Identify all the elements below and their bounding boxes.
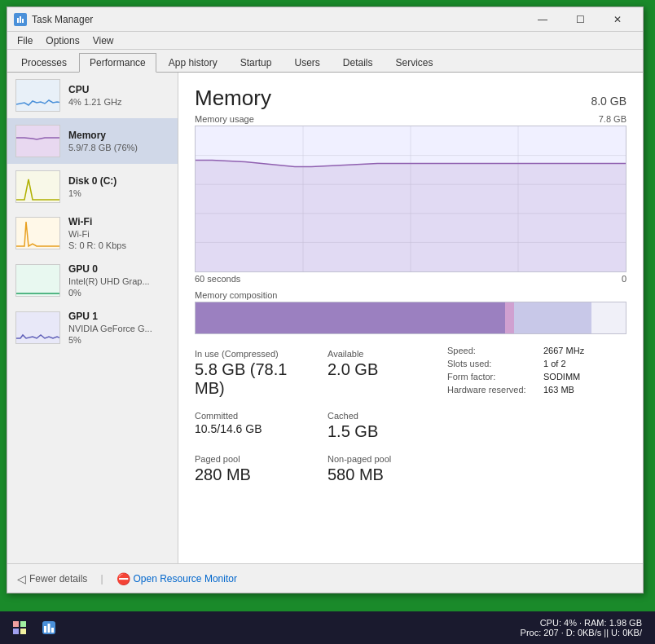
gpu1-label: GPU 1 [68, 311, 169, 322]
gpu0-info: GPU 0 Intel(R) UHD Grap... 0% [68, 263, 169, 298]
tab-users[interactable]: Users [284, 53, 330, 72]
stat-nonpaged: Non-paged pool 580 MB [328, 451, 447, 487]
tab-app-history[interactable]: App history [158, 53, 228, 72]
disk-sub: 1% [68, 188, 169, 198]
sidebar-item-disk[interactable]: Disk 0 (C:) 1% [7, 164, 178, 210]
svg-rect-15 [13, 629, 19, 634]
svg-rect-16 [20, 629, 26, 634]
disk-info: Disk 0 (C:) 1% [68, 175, 169, 198]
svg-rect-19 [48, 624, 51, 633]
stats-left: In use (Compressed) 5.8 GB (78.1 MB) Ava… [195, 346, 447, 487]
memory-info: Memory 5.9/7.8 GB (76%) [68, 130, 169, 152]
svg-rect-4 [16, 126, 60, 157]
committed-label: Committed [195, 411, 314, 421]
sidebar-item-gpu0[interactable]: GPU 0 Intel(R) UHD Grap... 0% [7, 257, 178, 304]
window-title: Task Manager [32, 14, 524, 25]
menu-bar: File Options View [7, 32, 643, 50]
stat-hwreserved-row: Hardware reserved: 163 MB [447, 385, 626, 395]
paged-value: 280 MB [195, 465, 314, 484]
wifi-info: Wi-Fi Wi-Fi S: 0 R: 0 Kbps [68, 216, 169, 250]
taskbar-app-icon[interactable] [36, 615, 62, 641]
sidebar-item-memory[interactable]: Memory 5.9/7.8 GB (76%) [7, 118, 178, 164]
menu-view[interactable]: View [86, 33, 121, 48]
stat-form-row: Form factor: SODIMM [447, 372, 626, 382]
gpu1-sub1: NVIDIA GeForce G... [68, 324, 169, 333]
start-button[interactable] [7, 615, 33, 641]
comp-inuse [196, 302, 505, 333]
usage-label: Memory usage [195, 114, 254, 124]
available-label: Available [328, 349, 447, 359]
hw-reserved-label: Hardware reserved: [447, 385, 537, 395]
open-monitor-link[interactable]: ⛔ Open Resource Monitor [116, 572, 237, 585]
close-button[interactable]: ✕ [599, 7, 636, 32]
chart-footer: 60 seconds 0 [195, 274, 626, 284]
wifi-thumbnail [15, 217, 60, 249]
memory-sub: 5.9/7.8 GB (76%) [68, 143, 169, 152]
stat-speed-row: Speed: 2667 MHz [447, 346, 626, 355]
stat-in-use: In use (Compressed) 5.8 GB (78.1 MB) [195, 346, 314, 401]
stats-layout: In use (Compressed) 5.8 GB (78.1 MB) Ava… [195, 346, 626, 487]
tab-bar: Processes Performance App history Startu… [7, 50, 643, 73]
hw-reserved-value: 163 MB [543, 385, 574, 395]
sidebar-item-cpu[interactable]: CPU 4% 1.21 GHz [7, 73, 178, 118]
sidebar-item-gpu1[interactable]: GPU 1 NVIDIA GeForce G... 5% [7, 304, 178, 351]
panel-header: Memory 8.0 GB [195, 86, 626, 111]
gpu0-sub1: Intel(R) UHD Grap... [68, 276, 169, 286]
panel-total: 8.0 GB [591, 95, 626, 108]
stats-right: Speed: 2667 MHz Slots used: 1 of 2 Form … [447, 346, 626, 487]
svg-rect-18 [44, 626, 46, 633]
minimize-button[interactable]: — [524, 7, 561, 32]
in-use-label: In use (Compressed) [195, 349, 314, 359]
cpu-label: CPU [68, 84, 169, 95]
svg-rect-1 [17, 18, 19, 23]
task-manager-window: Task Manager — ☐ ✕ File Options View Pro… [7, 7, 644, 593]
gpu1-info: GPU 1 NVIDIA GeForce G... 5% [68, 311, 169, 345]
stat-available: Available 2.0 GB [328, 346, 447, 401]
svg-rect-2 [20, 16, 21, 23]
stat-slots-row: Slots used: 1 of 2 [447, 359, 626, 368]
comp-modified [505, 302, 514, 333]
comp-standby [514, 302, 591, 333]
monitor-icon: ⛔ [116, 572, 130, 585]
maximize-button[interactable]: ☐ [561, 7, 599, 32]
composition-label: Memory composition [195, 290, 626, 300]
svg-rect-13 [13, 621, 19, 627]
nonpaged-value: 580 MB [328, 465, 447, 484]
cached-value: 1.5 GB [328, 422, 447, 441]
gpu0-sub2: 0% [68, 288, 169, 298]
sidebar: CPU 4% 1.21 GHz Memory 5.9/7.8 GB (76%) [7, 73, 178, 563]
wifi-sub1: Wi-Fi [68, 229, 169, 239]
gpu0-label: GPU 0 [68, 263, 169, 275]
taskbar-left [7, 615, 62, 641]
tab-services[interactable]: Services [385, 53, 444, 72]
committed-value: 10.5/14.6 GB [195, 422, 314, 435]
memory-composition-section: Memory composition [195, 290, 626, 334]
taskbar-status-line1: CPU: 4% · RAM: 1.98 GB [521, 618, 642, 628]
tab-details[interactable]: Details [332, 53, 384, 72]
menu-file[interactable]: File [11, 33, 39, 48]
memory-label: Memory [68, 130, 169, 141]
gpu1-sub2: 5% [68, 335, 169, 345]
disk-thumbnail [15, 170, 60, 203]
slots-value: 1 of 2 [543, 359, 566, 368]
tab-performance[interactable]: Performance [79, 53, 156, 73]
cpu-thumbnail [15, 79, 60, 112]
title-bar: Task Manager — ☐ ✕ [7, 7, 643, 32]
open-monitor-label: Open Resource Monitor [134, 573, 237, 584]
taskbar-status: CPU: 4% · RAM: 1.98 GB Proc: 207 · D: 0K… [521, 618, 648, 637]
sidebar-item-wifi[interactable]: Wi-Fi Wi-Fi S: 0 R: 0 Kbps [7, 210, 178, 257]
composition-bar [195, 302, 626, 334]
memory-usage-chart [195, 126, 626, 272]
fewer-details-icon: ◁ [17, 572, 26, 585]
disk-label: Disk 0 (C:) [68, 175, 169, 187]
gpu1-thumbnail [15, 311, 60, 344]
tab-processes[interactable]: Processes [11, 53, 77, 72]
stat-committed: Committed 10.5/14.6 GB [195, 408, 314, 444]
menu-options[interactable]: Options [39, 33, 86, 48]
tab-startup[interactable]: Startup [230, 53, 283, 72]
stat-cached: Cached 1.5 GB [328, 408, 447, 444]
fewer-details-link[interactable]: ◁ Fewer details [17, 572, 87, 585]
comp-free [591, 302, 626, 333]
usage-max: 7.8 GB [599, 114, 626, 126]
svg-rect-14 [20, 621, 26, 627]
